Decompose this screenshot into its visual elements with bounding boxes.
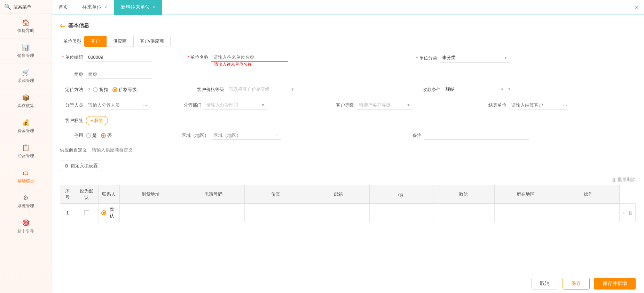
btn-customer[interactable]: 客户 — [84, 36, 107, 47]
fax-input[interactable] — [310, 210, 367, 215]
btn-both[interactable]: 客户/供应商 — [133, 36, 171, 47]
manager-label: 分管人员 — [60, 102, 86, 108]
sidebar-item-inventory[interactable]: 📦 库存核算 — [0, 89, 51, 114]
qq-input[interactable] — [435, 210, 492, 215]
sales-icon: 📊 — [22, 44, 30, 51]
tab-bar-close-btn[interactable]: × — [629, 0, 644, 15]
purchase-icon: 🛒 — [22, 69, 30, 76]
row-region-input[interactable] — [560, 210, 617, 215]
radio-disabled-yes[interactable]: 是 — [86, 132, 97, 139]
save-new-button[interactable]: 保存并新增 — [594, 278, 636, 290]
row-email-input[interactable] — [369, 204, 432, 222]
department-cell: 分管部门 请输入分管部门 ▼ — [178, 100, 331, 110]
sidebar-item-system[interactable]: ⚙ 系统管理 — [0, 189, 51, 214]
short-name-input[interactable] — [86, 70, 152, 79]
row-phone-input[interactable] — [244, 204, 307, 222]
email-input[interactable] — [372, 210, 429, 215]
content-area: 🏷 基本信息 单位类型 客户 供应商 客户/供应商 单位编码 — [52, 15, 644, 274]
customer-level-arrow: ▼ — [407, 103, 410, 107]
home-icon: 🏠 — [22, 19, 30, 26]
settlement-more-btn[interactable]: ··· — [561, 102, 568, 108]
radio-discount[interactable]: 折扣 — [93, 87, 108, 93]
customer-level-select[interactable]: 请选择客户等级 ▼ — [357, 100, 413, 110]
customer-level-placeholder: 请选择客户等级 — [359, 102, 405, 108]
unit-type-group: 单位类型 客户 供应商 客户/供应商 — [60, 36, 171, 47]
department-label: 分管部门 — [182, 102, 204, 108]
disabled-cell: 停用 是 否 — [60, 132, 178, 139]
row-wechat-input[interactable] — [495, 204, 557, 222]
radio-disabled-no-dot — [102, 135, 104, 137]
col-default: 设为默认 — [75, 185, 99, 204]
phone-input[interactable] — [248, 210, 304, 215]
supplier-custom-input[interactable] — [90, 146, 166, 154]
sidebar-item-basic-info[interactable]: 🗂 基础信息 — [0, 164, 51, 189]
remarks-input[interactable] — [424, 131, 529, 140]
row-region-input[interactable] — [557, 204, 620, 222]
tab-new-partner-close[interactable]: × — [153, 5, 155, 10]
radio-discount-label: 折扣 — [99, 87, 108, 93]
pricing-radio-group: 折扣 价格等级 — [93, 87, 137, 93]
guide-icon: 🎯 — [22, 219, 30, 227]
col-qq: qq — [369, 185, 432, 204]
contact-input[interactable] — [123, 210, 179, 215]
sidebar-item-new-guide[interactable]: 🎯 新手引导 — [0, 214, 51, 239]
row-contact-input[interactable] — [119, 204, 182, 222]
radio-disabled-no[interactable]: 否 — [101, 132, 112, 139]
customer-level-cell: 客户等级 请选择客户等级 ▼ — [331, 100, 483, 110]
search-icon: 🔍 — [4, 3, 11, 10]
payment-terms-select[interactable]: 现结 ▼ — [443, 85, 506, 94]
radio-disabled-yes-label: 是 — [92, 132, 97, 139]
custom-settings-btn[interactable]: ⚙ 自定义项设置 — [60, 161, 102, 171]
radio-price-level[interactable]: 价格等级 — [112, 87, 137, 93]
section-title: 基本信息 — [68, 22, 89, 29]
unit-name-cell: 单位名称 请输入往来单位名称 — [178, 53, 407, 67]
department-select[interactable]: 请输入分管部门 ▼ — [204, 100, 267, 110]
unit-category-select[interactable]: 未分类 ▼ — [440, 53, 510, 63]
row-fax-input[interactable] — [307, 204, 370, 222]
disabled-radio-group: 是 否 — [86, 132, 112, 139]
tab-new-partner[interactable]: 新增往来单位 × — [114, 0, 162, 15]
wechat-input[interactable] — [497, 210, 554, 215]
settlement-input[interactable] — [509, 101, 561, 109]
region-input-wrapper: ··· — [212, 131, 281, 140]
contacts-table: 序号 设为默认 联系人 到货地址 电话号码 传真 邮箱 qq 微信 所在地区 操… — [60, 185, 636, 222]
row-address-input[interactable] — [182, 204, 245, 222]
manager-more-btn[interactable]: ··· — [142, 102, 149, 108]
sidebar-label-system: 系统管理 — [17, 203, 34, 209]
department-arrow: ▼ — [261, 103, 265, 107]
pricing-help-icon[interactable]: ? — [87, 87, 90, 92]
delete-row-btn[interactable]: 🗑 — [628, 210, 633, 215]
btn-supplier[interactable]: 供应商 — [107, 36, 133, 47]
col-no: 序号 — [60, 185, 75, 204]
sidebar-item-purchase[interactable]: 🛒 采购管理 — [0, 64, 51, 89]
unit-code-input[interactable] — [86, 53, 152, 62]
row-qq-input[interactable] — [432, 204, 495, 222]
add-row-btn[interactable]: + — [622, 210, 625, 215]
payment-help-icon[interactable]: ? — [508, 87, 510, 92]
checkbox-box[interactable] — [84, 210, 89, 215]
tab-partners-close[interactable]: × — [104, 5, 107, 10]
address-input[interactable] — [185, 210, 242, 215]
unit-name-input[interactable] — [211, 53, 288, 62]
gear-icon: ⚙ — [64, 163, 69, 169]
cancel-button[interactable]: 取消 — [531, 278, 558, 290]
region-more-btn[interactable]: ··· — [274, 133, 281, 138]
sidebar-item-finance[interactable]: 💰 资金管理 — [0, 114, 51, 139]
sidebar-item-sales[interactable]: 📊 销售管理 — [0, 39, 51, 64]
customer-price-level-select[interactable]: 请选择客户价格等级 ▼ — [227, 85, 297, 94]
custom-settings-label: 自定义项设置 — [71, 163, 98, 169]
sidebar-item-operations[interactable]: 📋 经营管理 — [0, 139, 51, 164]
add-tag-btn[interactable]: + 标签 — [86, 116, 108, 125]
sidebar-item-quick-nav[interactable]: 🏠 快捷导航 — [0, 14, 51, 39]
region-input[interactable] — [212, 131, 274, 139]
tab-home[interactable]: 首页 — [52, 0, 75, 15]
save-button[interactable]: 保存 — [563, 278, 590, 290]
batch-delete-btn[interactable]: 🗑 批量删除 — [612, 177, 636, 183]
radio-price-level-dot — [114, 89, 116, 91]
tab-partners[interactable]: 往来单位 × — [75, 0, 114, 15]
manager-input[interactable] — [86, 101, 142, 109]
sidebar-search[interactable]: 🔍 搜索菜单 — [0, 0, 51, 14]
supplier-custom-label: 供应商自定义 — [60, 147, 90, 153]
manager-cell: 分管人员 ··· — [60, 101, 178, 109]
payment-terms-value: 现结 — [446, 86, 499, 92]
